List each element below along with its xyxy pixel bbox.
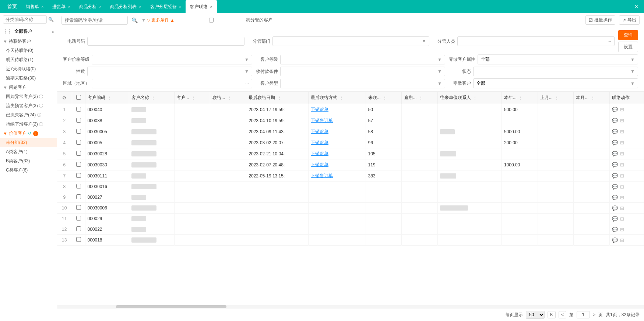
cell-checkbox[interactable] bbox=[72, 104, 85, 115]
cell-checkbox[interactable] bbox=[72, 224, 85, 235]
category-search-input[interactable] bbox=[3, 15, 47, 24]
cell-last-method[interactable]: 下销货单 bbox=[309, 126, 366, 137]
cell-checkbox[interactable] bbox=[72, 181, 85, 192]
last-method-link[interactable]: 下销货单 bbox=[311, 151, 328, 156]
retail-customer-select[interactable]: 全部▼ bbox=[473, 78, 638, 88]
nav-tab-purchase[interactable]: 进货单 × bbox=[48, 0, 74, 13]
last-method-link[interactable]: 下销货单 bbox=[311, 129, 328, 134]
search-input[interactable] bbox=[61, 16, 128, 25]
row-checkbox-6[interactable] bbox=[76, 173, 81, 178]
action-grid-icon[interactable]: ⊞ bbox=[620, 184, 624, 190]
col-resize-contact[interactable]: ⋮ bbox=[227, 95, 232, 100]
close-tab-sales[interactable]: × bbox=[41, 4, 43, 9]
sidebar-item-ungroup[interactable]: 未分组(32) bbox=[0, 138, 57, 147]
cell-checkbox[interactable] bbox=[72, 148, 85, 159]
action-comment-icon[interactable]: 💬 bbox=[612, 195, 618, 200]
action-grid-icon[interactable]: ⊞ bbox=[620, 140, 624, 145]
manager-select[interactable]: ··· bbox=[457, 36, 615, 46]
sidebar-search-icon[interactable]: 🔍 bbox=[48, 17, 54, 22]
action-comment-icon[interactable]: 💬 bbox=[612, 205, 618, 211]
cell-checkbox[interactable] bbox=[72, 214, 85, 224]
nav-tab-analysis[interactable]: 商品分析 × bbox=[75, 0, 106, 13]
phone-input[interactable] bbox=[87, 37, 244, 46]
all-customers-section[interactable]: ⋮⋮ 全部客户 « bbox=[0, 26, 57, 37]
action-comment-icon[interactable]: 💬 bbox=[612, 173, 618, 179]
action-grid-icon[interactable]: ⊞ bbox=[620, 227, 624, 232]
search-icon-btn[interactable]: 🔍 bbox=[131, 17, 138, 23]
action-grid-icon[interactable]: ⊞ bbox=[620, 216, 624, 222]
col-resize-lastmethod[interactable]: ⋮ bbox=[339, 95, 344, 100]
col-resize-overdue[interactable]: ⋮ bbox=[419, 95, 423, 100]
col-resize-code[interactable]: ⋮ bbox=[107, 95, 112, 100]
cell-checkbox[interactable] bbox=[72, 235, 85, 246]
col-resize-nocontact[interactable]: ⋮ bbox=[383, 95, 387, 100]
prev-page-button[interactable]: < bbox=[559, 311, 566, 318]
retail-attr-select[interactable]: 全部▼ bbox=[478, 54, 638, 64]
region-select[interactable]: ··· bbox=[92, 79, 252, 88]
close-tab-customer-segment[interactable]: × bbox=[179, 4, 181, 9]
nav-tab-analysis-list[interactable]: 商品分析列表 × bbox=[106, 0, 145, 13]
col-resize-partner[interactable]: ⋮ bbox=[473, 95, 477, 100]
horizontal-scrollbar[interactable] bbox=[57, 305, 644, 308]
sidebar-item-a-class[interactable]: A类客户(1) bbox=[0, 147, 57, 156]
row-checkbox-5[interactable] bbox=[76, 162, 81, 167]
last-method-link[interactable]: 下销货单 bbox=[311, 162, 328, 167]
dept-select[interactable]: ▼ bbox=[272, 36, 430, 46]
sidebar-value-group[interactable]: ▼ 价值客户 ↺ ! bbox=[0, 129, 57, 138]
close-tab-analysis[interactable]: × bbox=[99, 4, 101, 9]
action-comment-icon[interactable]: 💬 bbox=[612, 237, 618, 243]
cell-checkbox[interactable] bbox=[72, 159, 85, 170]
row-checkbox-3[interactable] bbox=[76, 140, 81, 145]
col-resize-name[interactable]: ⋮ bbox=[151, 95, 155, 100]
sidebar-item-declining[interactable]: 持续下滑客户(2) ⓘ bbox=[0, 120, 57, 129]
row-checkbox-2[interactable] bbox=[76, 129, 81, 134]
action-comment-icon[interactable]: 💬 bbox=[612, 184, 618, 190]
cell-last-method[interactable]: 下销售订单 bbox=[309, 170, 366, 181]
customer-type-select[interactable]: ▼ bbox=[280, 79, 445, 88]
action-grid-icon[interactable]: ⊞ bbox=[620, 173, 624, 179]
settings-icon[interactable]: ⚙ bbox=[62, 95, 66, 100]
nav-tab-customer-segment[interactable]: 客户分层经营 × bbox=[146, 0, 186, 13]
action-comment-icon[interactable]: 💬 bbox=[612, 107, 618, 112]
row-checkbox-12[interactable] bbox=[76, 237, 81, 242]
sidebar-item-b-class[interactable]: B类客户(33) bbox=[0, 156, 57, 166]
action-comment-icon[interactable]: 💬 bbox=[612, 140, 618, 145]
cell-checkbox[interactable] bbox=[72, 203, 85, 214]
select-all-checkbox[interactable] bbox=[76, 95, 81, 100]
action-comment-icon[interactable]: 💬 bbox=[612, 151, 618, 156]
col-resize-ctype[interactable]: ⋮ bbox=[191, 95, 196, 100]
nav-home[interactable]: 首页 bbox=[3, 3, 21, 10]
status-select[interactable]: ▼ bbox=[473, 67, 638, 76]
my-customers-checkbox[interactable]: 我分管的客户 bbox=[178, 17, 272, 23]
action-grid-icon[interactable]: ⊞ bbox=[620, 118, 624, 123]
action-comment-icon[interactable]: 💬 bbox=[612, 129, 618, 134]
row-checkbox-8[interactable] bbox=[76, 194, 81, 199]
sidebar-item-tomorrow[interactable]: 明天待联络(1) bbox=[0, 55, 57, 64]
action-comment-icon[interactable]: 💬 bbox=[612, 162, 618, 167]
col-resize-lastdate[interactable]: ⋮ bbox=[277, 95, 282, 100]
reset-button[interactable]: 设置 bbox=[618, 42, 638, 52]
action-comment-icon[interactable]: 💬 bbox=[612, 227, 618, 232]
close-tab-analysis-list[interactable]: × bbox=[139, 4, 141, 9]
first-page-button[interactable]: K bbox=[548, 311, 556, 318]
close-tab-customer-contact[interactable]: × bbox=[210, 4, 212, 9]
last-method-link[interactable]: 下销货单 bbox=[311, 107, 328, 112]
row-checkbox-7[interactable] bbox=[76, 184, 81, 188]
row-checkbox-1[interactable] bbox=[76, 118, 81, 123]
action-grid-icon[interactable]: ⊞ bbox=[620, 107, 624, 112]
nav-tab-sales[interactable]: 销售单 × bbox=[21, 0, 48, 13]
last-method-link[interactable]: 下销货单 bbox=[311, 140, 328, 145]
my-customers-check[interactable] bbox=[178, 18, 244, 22]
current-page-input[interactable] bbox=[577, 311, 590, 318]
last-method-link[interactable]: 下销售订单 bbox=[311, 118, 333, 123]
customer-level-select[interactable]: ▼ bbox=[280, 55, 445, 64]
payment-select[interactable]: ▼ bbox=[280, 67, 445, 76]
col-settings[interactable]: ⚙ bbox=[57, 92, 72, 104]
cell-last-method[interactable]: 下销货单 bbox=[309, 159, 366, 170]
sidebar-collapse-icon[interactable]: « bbox=[52, 29, 54, 34]
window-close-button[interactable]: × bbox=[632, 3, 641, 10]
export-button[interactable]: ↗ 导出 bbox=[619, 15, 640, 25]
scrollbar-thumb[interactable] bbox=[116, 305, 226, 308]
row-checkbox-10[interactable] bbox=[76, 216, 81, 221]
nav-tab-customer-contact[interactable]: 客户联络 × bbox=[186, 0, 217, 13]
